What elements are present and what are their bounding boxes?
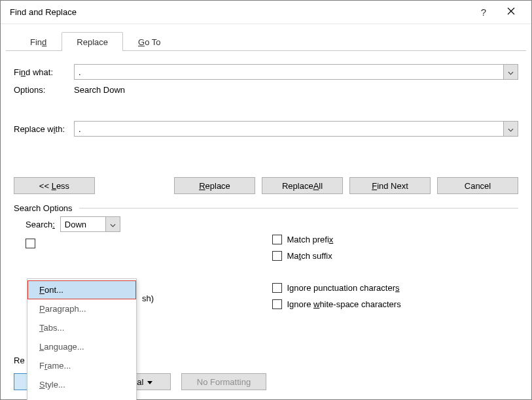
close-icon bbox=[507, 7, 515, 17]
format-menu-highlight[interactable]: Highlight bbox=[27, 394, 136, 400]
replace-with-dropdown-button[interactable] bbox=[503, 122, 518, 136]
ignore-whitespace-label: Ignore white-space characters bbox=[287, 299, 401, 309]
chevron-down-icon bbox=[508, 124, 514, 134]
chevron-down-icon bbox=[110, 220, 116, 229]
match-prefix-label: Match prefix bbox=[287, 235, 334, 244]
find-replace-dialog: Find and Replace ? Find Replace Go To Fi… bbox=[0, 0, 532, 400]
panel: Find what: . Options: Search Down Replac… bbox=[1, 51, 531, 399]
checkbox-icon bbox=[272, 299, 282, 309]
match-case-checkbox[interactable] bbox=[26, 239, 272, 248]
format-menu-paragraph[interactable]: Paragraph... bbox=[27, 299, 136, 318]
close-button[interactable] bbox=[497, 3, 525, 22]
find-what-dropdown-button[interactable] bbox=[503, 65, 518, 79]
match-suffix-checkbox[interactable]: Match suffix bbox=[272, 251, 519, 261]
checkbox-icon bbox=[26, 239, 35, 248]
chevron-down-icon bbox=[508, 67, 514, 77]
replace-with-label: Replace with: bbox=[14, 124, 74, 134]
replace-with-input[interactable]: . bbox=[74, 121, 518, 137]
find-next-button[interactable]: Find Next bbox=[349, 177, 431, 194]
ignore-punctuation-checkbox[interactable]: Ignore punctuation characters bbox=[272, 283, 519, 293]
less-button[interactable]: << Less bbox=[14, 177, 95, 194]
ignore-punctuation-label: Ignore punctuation characters bbox=[287, 283, 400, 293]
tabstrip: Find Replace Go To bbox=[1, 32, 531, 51]
checkbox-icon bbox=[272, 283, 282, 293]
format-menu-frame[interactable]: Frame... bbox=[27, 356, 136, 375]
options-label: Options: bbox=[14, 85, 74, 95]
ignore-whitespace-checkbox[interactable]: Ignore white-space characters bbox=[272, 299, 519, 309]
find-what-value: . bbox=[79, 67, 81, 77]
divider bbox=[79, 208, 518, 208]
format-menu-font[interactable]: Font... bbox=[27, 280, 136, 299]
tab-find[interactable]: Find bbox=[15, 32, 62, 51]
search-direction-select[interactable]: Down bbox=[60, 216, 120, 232]
titlebar: Find and Replace ? bbox=[1, 1, 531, 24]
format-menu-language[interactable]: Language... bbox=[27, 337, 136, 356]
tab-replace[interactable]: Replace bbox=[62, 32, 123, 51]
find-what-input[interactable]: . bbox=[74, 64, 518, 80]
checkbox-icon bbox=[272, 251, 282, 261]
replace-all-button[interactable]: Replace All bbox=[262, 177, 343, 194]
tab-goto[interactable]: Go To bbox=[123, 32, 175, 51]
replace-section-label-fragment: Re bbox=[14, 356, 25, 365]
search-direction-dropdown-button[interactable] bbox=[105, 217, 120, 231]
format-menu-style[interactable]: Style... bbox=[27, 375, 136, 394]
search-direction-value: Down bbox=[65, 220, 86, 229]
help-icon: ? bbox=[481, 7, 486, 18]
help-button[interactable]: ? bbox=[470, 3, 497, 22]
checkbox-icon bbox=[272, 235, 282, 244]
no-formatting-button: No Formatting bbox=[181, 373, 266, 390]
format-menu: Font... Paragraph... Tabs... Language...… bbox=[27, 278, 137, 400]
options-value: Search Down bbox=[74, 85, 125, 95]
window-title: Find and Replace bbox=[10, 7, 470, 17]
match-prefix-checkbox[interactable]: Match prefix bbox=[272, 235, 519, 244]
replace-button[interactable]: Replace bbox=[174, 177, 255, 194]
match-suffix-label: Match suffix bbox=[287, 251, 332, 261]
format-menu-tabs[interactable]: Tabs... bbox=[27, 318, 136, 337]
find-what-label: Find what: bbox=[14, 67, 74, 77]
cancel-button[interactable]: Cancel bbox=[437, 177, 518, 194]
obscured-text: sh) bbox=[142, 293, 154, 303]
search-direction-label: Search: bbox=[26, 220, 55, 229]
replace-with-value: . bbox=[79, 124, 81, 134]
caret-down-icon bbox=[147, 377, 152, 387]
